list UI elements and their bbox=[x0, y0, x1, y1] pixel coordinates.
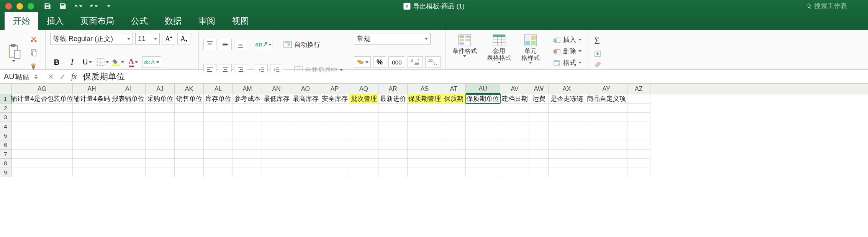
cell-styles-button[interactable]: 单元 格样式 bbox=[519, 33, 542, 64]
cell[interactable] bbox=[549, 104, 585, 113]
cell[interactable] bbox=[111, 140, 146, 150]
cell[interactable]: 商品自定义项 bbox=[585, 94, 627, 104]
column-header[interactable]: AI bbox=[111, 84, 146, 94]
delete-cells-button[interactable]: ×删除 bbox=[552, 46, 583, 56]
cell[interactable] bbox=[585, 159, 627, 168]
cell[interactable] bbox=[585, 113, 627, 122]
cell[interactable] bbox=[233, 140, 262, 150]
cell[interactable] bbox=[320, 140, 349, 150]
row-header[interactable]: 5 bbox=[0, 131, 11, 140]
cell[interactable]: 辅计量4是否包装单位 bbox=[11, 94, 73, 104]
copy-icon[interactable] bbox=[28, 47, 41, 58]
column-header[interactable]: AQ bbox=[349, 84, 378, 94]
cell[interactable] bbox=[549, 159, 585, 168]
cell[interactable] bbox=[291, 150, 320, 159]
cell[interactable] bbox=[11, 122, 73, 131]
column-header[interactable]: AM bbox=[233, 84, 262, 94]
cell[interactable] bbox=[442, 131, 466, 140]
column-header[interactable]: AT bbox=[442, 84, 466, 94]
row-header[interactable]: 2 bbox=[0, 104, 11, 113]
cell[interactable] bbox=[627, 94, 650, 104]
cell[interactable]: 运费 bbox=[529, 94, 549, 104]
undo-icon[interactable] bbox=[74, 2, 82, 10]
row-header[interactable]: 7 bbox=[0, 150, 11, 159]
cell[interactable]: 保质期 bbox=[442, 94, 466, 104]
cell[interactable] bbox=[349, 159, 378, 168]
cell[interactable] bbox=[466, 122, 500, 131]
cell[interactable] bbox=[73, 168, 111, 177]
cell[interactable]: 销售单位 bbox=[175, 94, 204, 104]
cell[interactable]: 报表辅单位 bbox=[111, 94, 146, 104]
align-top-icon[interactable] bbox=[203, 39, 216, 50]
column-header[interactable]: AK bbox=[175, 84, 204, 94]
cell[interactable] bbox=[262, 131, 291, 140]
cell[interactable] bbox=[233, 122, 262, 131]
cell[interactable] bbox=[175, 104, 204, 113]
cell[interactable] bbox=[627, 140, 650, 150]
cell[interactable]: 最低库存 bbox=[262, 94, 291, 104]
cell[interactable] bbox=[500, 122, 529, 131]
cell[interactable] bbox=[378, 168, 408, 177]
cell[interactable] bbox=[233, 150, 262, 159]
cell[interactable] bbox=[73, 150, 111, 159]
column-header[interactable]: AR bbox=[378, 84, 408, 94]
row-header[interactable]: 4 bbox=[0, 122, 11, 131]
cell[interactable] bbox=[549, 131, 585, 140]
cell[interactable] bbox=[378, 113, 408, 122]
cell[interactable] bbox=[585, 168, 627, 177]
tab-公式[interactable]: 公式 bbox=[123, 12, 156, 30]
cell[interactable]: 采购单位 bbox=[146, 94, 175, 104]
cell[interactable] bbox=[111, 104, 146, 113]
cell[interactable] bbox=[262, 150, 291, 159]
cell[interactable] bbox=[466, 159, 500, 168]
clear-button[interactable] bbox=[593, 59, 603, 68]
cell[interactable] bbox=[146, 150, 175, 159]
cell[interactable] bbox=[627, 113, 650, 122]
column-header[interactable]: AV bbox=[500, 84, 529, 94]
cell[interactable] bbox=[466, 150, 500, 159]
tab-视图[interactable]: 视图 bbox=[224, 12, 257, 30]
cell[interactable] bbox=[529, 159, 549, 168]
customize-qat-icon[interactable] bbox=[105, 2, 113, 10]
bold-button[interactable]: B bbox=[50, 56, 63, 68]
row-header[interactable]: 6 bbox=[0, 140, 11, 150]
cell[interactable] bbox=[291, 104, 320, 113]
cell[interactable] bbox=[111, 122, 146, 131]
cell[interactable] bbox=[442, 150, 466, 159]
cell[interactable] bbox=[291, 168, 320, 177]
cell[interactable] bbox=[11, 159, 73, 168]
cell[interactable] bbox=[466, 113, 500, 122]
cell[interactable] bbox=[529, 150, 549, 159]
currency-icon[interactable] bbox=[354, 56, 371, 68]
tab-页面布局[interactable]: 页面布局 bbox=[72, 12, 123, 30]
underline-button[interactable]: U bbox=[81, 56, 94, 68]
name-box[interactable]: AU1 bbox=[0, 70, 42, 84]
cell[interactable] bbox=[291, 131, 320, 140]
cell[interactable] bbox=[529, 131, 549, 140]
cell[interactable] bbox=[111, 159, 146, 168]
redo-icon[interactable] bbox=[89, 2, 98, 10]
cell[interactable] bbox=[175, 113, 204, 122]
cell[interactable]: 最高库存 bbox=[291, 94, 320, 104]
number-format-dropdown[interactable]: 常规 bbox=[354, 33, 431, 44]
cell[interactable] bbox=[204, 104, 233, 113]
cell[interactable] bbox=[262, 113, 291, 122]
select-all-corner[interactable] bbox=[0, 84, 11, 94]
cell[interactable] bbox=[585, 150, 627, 159]
cell[interactable] bbox=[204, 113, 233, 122]
cell[interactable] bbox=[204, 122, 233, 131]
cell[interactable] bbox=[320, 122, 349, 131]
cell[interactable] bbox=[408, 113, 442, 122]
row-header[interactable]: 3 bbox=[0, 113, 11, 122]
cell[interactable] bbox=[408, 131, 442, 140]
cell[interactable] bbox=[175, 150, 204, 159]
cell[interactable] bbox=[320, 150, 349, 159]
cell[interactable]: 批次管理 bbox=[349, 94, 378, 104]
cell[interactable] bbox=[291, 140, 320, 150]
column-header[interactable]: AG bbox=[11, 84, 73, 94]
cell[interactable] bbox=[442, 140, 466, 150]
cell[interactable] bbox=[11, 131, 73, 140]
cell[interactable] bbox=[408, 150, 442, 159]
cell[interactable] bbox=[111, 113, 146, 122]
save-as-icon[interactable] bbox=[59, 2, 67, 10]
